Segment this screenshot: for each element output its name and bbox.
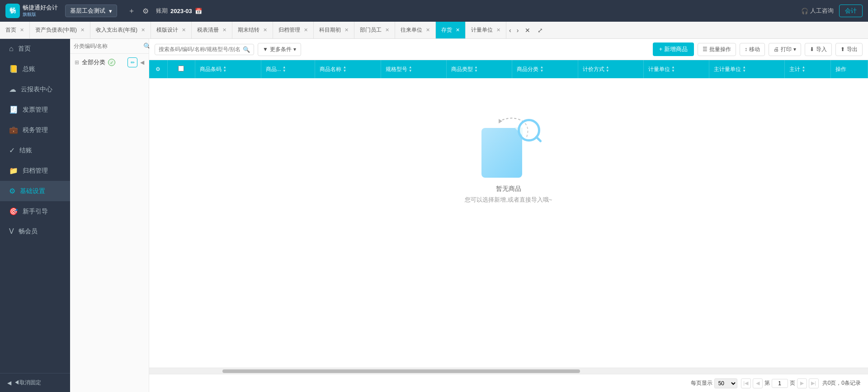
tab-period-carry[interactable]: 期末结转 ✕: [232, 22, 273, 38]
per-page-dropdown[interactable]: 50 100 200: [714, 378, 737, 388]
col-price-method[interactable]: 计价方式 ▲▼: [578, 60, 643, 78]
col-settings[interactable]: ⚙: [149, 60, 167, 78]
headset-icon: 🎧: [801, 8, 808, 14]
tab-balance-sheet[interactable]: 资产负债表(中期) ✕: [30, 22, 90, 38]
settings-icon-button[interactable]: ⚙: [141, 5, 151, 17]
sidebar-unpin-button[interactable]: ◀︎ ◀︎取消固定: [0, 373, 70, 392]
tab-tax-table[interactable]: 税表清册 ✕: [192, 22, 232, 38]
category-edit-button[interactable]: ✏: [127, 57, 137, 67]
col-checkbox[interactable]: [167, 60, 195, 78]
tab-home[interactable]: 首页 ✕: [0, 22, 30, 38]
tab-close-all-button[interactable]: ✕: [521, 22, 534, 38]
category-label: 全部分类: [82, 58, 105, 66]
sidebar-label: 云报表中心: [21, 85, 52, 94]
empty-illustration: [472, 114, 545, 178]
empty-state: 暂无商品 您可以选择新增,或者直接导入哦~: [149, 78, 868, 240]
search-icon[interactable]: 🔍: [243, 46, 250, 53]
tab-subject-init[interactable]: 科目期初 ✕: [314, 22, 354, 38]
tab-close-icon[interactable]: ✕: [456, 27, 460, 33]
tab-close-icon[interactable]: ✕: [222, 27, 226, 33]
batch-icon: ☰: [703, 46, 708, 52]
search-box: 🔍: [155, 44, 254, 55]
col-spec[interactable]: 规格型号 ▲▼: [381, 60, 446, 78]
col-unit[interactable]: 计量单位 ▲▼: [643, 60, 709, 78]
sidebar-item-basic-settings[interactable]: ⚙ 基础设置: [0, 181, 70, 201]
tab-expand-button[interactable]: ⤢: [534, 22, 547, 38]
calendar-icon[interactable]: 📅: [195, 8, 202, 14]
page-first-button[interactable]: |◀: [741, 378, 751, 388]
sidebar-item-ledger[interactable]: 📒 总账: [0, 59, 70, 79]
col-category[interactable]: 商品分类 ▲▼: [512, 60, 578, 78]
tab-close-icon[interactable]: ✕: [385, 27, 389, 33]
tab-close-icon[interactable]: ✕: [141, 27, 145, 33]
sidebar-item-guide[interactable]: 🎯 新手引导: [0, 201, 70, 222]
select-all-checkbox[interactable]: [178, 66, 184, 71]
sidebar-item-closing[interactable]: ✓ 结账: [0, 140, 70, 161]
category-search-input[interactable]: [74, 43, 142, 49]
tab-label: 部门员工: [360, 26, 382, 34]
tab-close-icon[interactable]: ✕: [20, 27, 24, 33]
kuaiji-button[interactable]: 会计: [839, 5, 863, 17]
col-barcode[interactable]: 商品条码 ▲▼: [195, 60, 261, 78]
tab-next-button[interactable]: ›: [514, 22, 522, 38]
sidebar-label: 结账: [19, 146, 32, 155]
tab-label: 往来单位: [401, 26, 422, 34]
col-name[interactable]: 商品名称 ▲▼: [315, 60, 381, 78]
sidebar-item-reports[interactable]: ☁ 云报表中心: [0, 79, 70, 99]
sidebar-item-invoice[interactable]: 🧾 发票管理: [0, 99, 70, 120]
export-button[interactable]: ⬆ 导出: [835, 43, 863, 56]
ai-consult-button[interactable]: 🎧 人工咨询: [801, 7, 834, 15]
tab-inventory[interactable]: 存货 ✕: [436, 22, 466, 38]
scrollbar-thumb[interactable]: [222, 369, 580, 373]
move-icon: ↕: [745, 46, 747, 52]
tab-label: 模版设计: [156, 26, 178, 34]
import-button[interactable]: ⬇ 导入: [805, 43, 832, 56]
col-main-unit[interactable]: 主计量单位 ▲▼: [709, 60, 785, 78]
page-prev-button[interactable]: ◀: [753, 378, 763, 388]
col-code[interactable]: 商品... ▲▼: [261, 60, 315, 78]
company-selector[interactable]: 基层工会测试 ▾: [65, 5, 117, 17]
member-icon: V: [9, 227, 14, 236]
invoice-icon: 🧾: [9, 105, 18, 114]
page-next-button[interactable]: ▶: [797, 378, 807, 388]
collapse-icon[interactable]: ◀: [140, 59, 144, 66]
add-product-button[interactable]: + 新增商品: [653, 43, 694, 56]
tab-close-icon[interactable]: ✕: [182, 27, 186, 33]
move-button[interactable]: ↕ 移动: [740, 43, 765, 56]
sidebar-item-home[interactable]: ⌂ 首页: [0, 39, 70, 59]
category-search-area: 🔍: [70, 39, 149, 54]
col-operation: 操作: [831, 60, 868, 78]
tab-archive[interactable]: 归档管理 ✕: [273, 22, 314, 38]
tab-close-icon[interactable]: ✕: [496, 27, 500, 33]
tab-close-icon[interactable]: ✕: [426, 27, 430, 33]
tab-unit[interactable]: 计量单位 ✕: [466, 22, 506, 38]
page-last-button[interactable]: ▶|: [809, 378, 819, 388]
pin-icon: ◀︎: [7, 380, 11, 386]
add-tab-button[interactable]: ＋: [126, 5, 137, 18]
header-actions: ＋ ⚙: [126, 5, 151, 18]
tab-close-icon[interactable]: ✕: [304, 27, 308, 33]
search-input[interactable]: [159, 46, 240, 52]
tab-dept-staff[interactable]: 部门员工 ✕: [354, 22, 395, 38]
filter-button[interactable]: ▼ 更多条件 ▾: [258, 43, 301, 56]
sidebar-item-member[interactable]: V 畅会员: [0, 222, 70, 241]
tab-close-icon[interactable]: ✕: [80, 27, 85, 33]
logo-icon: 畅: [5, 4, 20, 18]
tab-income-statement[interactable]: 收入支出表(年报) ✕: [90, 22, 151, 38]
sidebar-item-tax[interactable]: 💼 税务管理: [0, 120, 70, 140]
scrollbar-area[interactable]: [149, 368, 868, 374]
category-all[interactable]: ⊞ 全部分类 ✓ ✏ ◀: [70, 54, 149, 71]
tab-template[interactable]: 模版设计 ✕: [151, 22, 192, 38]
sidebar-item-archive[interactable]: 📁 归档管理: [0, 161, 70, 181]
print-button[interactable]: 🖨 打印 ▾: [769, 43, 801, 56]
tab-close-icon[interactable]: ✕: [263, 27, 267, 33]
tab-label: 收入支出表(年报): [96, 26, 137, 34]
batch-operation-button[interactable]: ☰ 批量操作: [698, 43, 736, 56]
tab-prev-button[interactable]: ‹: [506, 22, 514, 38]
company-name: 基层工会测试: [70, 7, 105, 15]
col-main[interactable]: 主计 ▲▼: [785, 60, 831, 78]
col-type[interactable]: 商品类型 ▲▼: [447, 60, 512, 78]
page-input[interactable]: [772, 379, 788, 388]
tab-close-icon[interactable]: ✕: [344, 27, 349, 33]
tab-counterparty[interactable]: 往来单位 ✕: [395, 22, 436, 38]
